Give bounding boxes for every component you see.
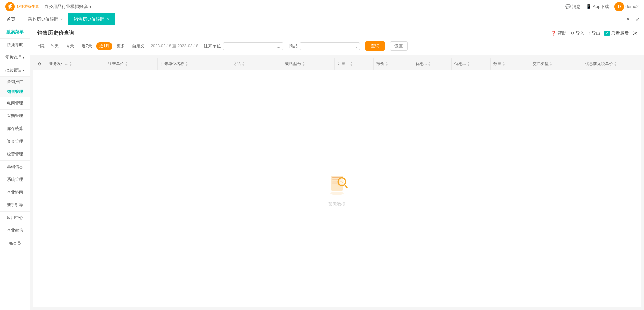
- th-partner-id[interactable]: 往来单位 ▲▼: [105, 58, 158, 70]
- sidebar-sales-mgmt-label: 销售管理: [7, 89, 23, 94]
- sidebar-item-inventory[interactable]: 库存核算: [0, 122, 30, 135]
- product-input-dots: ...: [353, 44, 357, 49]
- th-disc2[interactable]: 优惠... ▲▼: [452, 58, 491, 70]
- sidebar-item-wholesale[interactable]: 批发管理 ▴: [0, 64, 30, 77]
- th-pre-disc-price[interactable]: 优惠前无税单价 ▲▼: [582, 58, 641, 70]
- th-partner-name[interactable]: 往来单位名称 ▲▼: [158, 58, 230, 70]
- only-last-checkbox[interactable]: ✓: [604, 31, 610, 36]
- th-trade-type-label: 交易类型: [533, 61, 549, 67]
- avatar-initials: D: [618, 4, 621, 9]
- top-bar-left: 畅 畅捷通好生意 办公用品行业模拟账套 ▾: [5, 2, 94, 11]
- sidebar-enterprise-wechat-label: 企业微信: [7, 228, 23, 234]
- chevron-down-icon: ▾: [89, 4, 92, 9]
- sort-arrows-price: ▲▼: [385, 61, 388, 67]
- avatar: D: [614, 2, 624, 11]
- page-title: 销售历史价查询: [37, 30, 74, 37]
- search-button[interactable]: 查询: [365, 41, 385, 51]
- message-btn[interactable]: 💬 消息: [565, 4, 581, 10]
- tab-home[interactable]: 首页: [0, 13, 22, 25]
- sidebar-item-enterprise-wechat[interactable]: 企业微信: [0, 224, 30, 237]
- partner-label: 往来单位: [204, 43, 221, 49]
- th-product[interactable]: 商品 ▲▼: [230, 58, 282, 70]
- help-label: 帮助: [558, 30, 567, 36]
- date-label: 日期: [37, 43, 46, 49]
- tab-purchase-history[interactable]: 采购历史价跟踪 ×: [22, 13, 68, 25]
- app-download-label: App下载: [593, 4, 609, 10]
- sidebar-item-system[interactable]: 系统管理: [0, 173, 30, 186]
- date-btn-today[interactable]: 今天: [63, 42, 77, 50]
- sort-arrows-disc1: ▲▼: [428, 61, 431, 67]
- content-area: 销售历史价查询 ❓ 帮助 ↻ 导入 ↑ 导出 ✓: [30, 25, 644, 310]
- th-spec[interactable]: 规格型号 ▲▼: [282, 58, 335, 70]
- tab-bar: 首页 采购历史价跟踪 × 销售历史价跟踪 × ✕ ⤢: [0, 13, 644, 25]
- sort-arrows-unit: ▲▼: [350, 61, 353, 67]
- sidebar-item-enterprise-collab[interactable]: 企业协同: [0, 186, 30, 199]
- sidebar-ecommerce-label: 电商管理: [7, 100, 23, 106]
- gear-icon: ⚙: [38, 62, 41, 66]
- date-btn-yesterday[interactable]: 昨天: [48, 42, 62, 50]
- product-filter-group: 商品 ...: [289, 42, 360, 50]
- th-settings[interactable]: ⚙: [33, 58, 46, 70]
- th-disc1-label: 优惠...: [416, 61, 427, 67]
- sidebar-operations-label: 经营管理: [7, 151, 23, 157]
- date-filter-group: 日期 昨天 今天 近7天 近1月 更多 自定义 2023-02-18 至 202…: [37, 42, 198, 50]
- sort-arrows-qty: ▲▼: [502, 61, 505, 67]
- sidebar-item-search-menu[interactable]: 搜索菜单: [0, 25, 30, 39]
- sidebar-quick-nav-label: 快捷导航: [7, 42, 23, 48]
- sidebar-enterprise-collab-label: 企业协同: [7, 190, 23, 195]
- date-btn-custom[interactable]: 自定义: [129, 42, 147, 50]
- date-btn-last7[interactable]: 近7天: [78, 42, 95, 50]
- th-business-date[interactable]: 业务发生... ▲▼: [46, 58, 105, 70]
- th-business-date-label: 业务发生...: [49, 61, 68, 67]
- sidebar-item-ecommerce[interactable]: 电商管理: [0, 97, 30, 110]
- import-btn[interactable]: ↻ 导入: [571, 30, 584, 36]
- sidebar-item-new-guide[interactable]: 新手引导: [0, 199, 30, 212]
- sidebar-item-quick-nav[interactable]: 快捷导航: [0, 39, 30, 51]
- export-btn[interactable]: ↑ 导出: [588, 30, 601, 36]
- page-actions: ❓ 帮助 ↻ 导入 ↑ 导出 ✓ 只看最后一次: [551, 30, 638, 36]
- sidebar-item-app-center[interactable]: 应用中心: [0, 212, 30, 224]
- only-last-checkbox-label[interactable]: ✓ 只看最后一次: [604, 30, 637, 36]
- date-range-display: 2023-02-18 至 2023-03-18: [151, 43, 198, 49]
- sidebar-item-base-info[interactable]: 基础信息: [0, 161, 30, 173]
- sidebar-item-sales-mgmt[interactable]: 销售管理: [0, 87, 30, 97]
- tab-expand-btn[interactable]: ⤢: [633, 15, 641, 23]
- help-btn[interactable]: ❓ 帮助: [551, 30, 567, 36]
- sidebar-item-marketing[interactable]: 营销推广: [0, 77, 30, 87]
- partner-input[interactable]: ...: [223, 42, 283, 50]
- date-btn-last1m[interactable]: 近1月: [96, 42, 113, 50]
- tab-purchase-history-close[interactable]: ×: [60, 17, 63, 22]
- tab-sales-history[interactable]: 销售历史价跟踪 ×: [68, 13, 115, 25]
- svg-point-0: [330, 192, 344, 195]
- sidebar-item-retail[interactable]: 零售管理 ▾: [0, 51, 30, 64]
- tab-close-all-btn[interactable]: ✕: [624, 15, 632, 23]
- user-menu[interactable]: D demo2: [614, 2, 639, 11]
- th-unit[interactable]: 计量... ▲▼: [335, 58, 374, 70]
- sidebar-system-label: 系统管理: [7, 177, 23, 183]
- sidebar-base-info-label: 基础信息: [7, 164, 23, 170]
- filter-settings-button[interactable]: 设置: [390, 41, 408, 51]
- sidebar-marketing-label: 营销推广: [7, 79, 23, 84]
- th-partner-id-label: 往来单位: [108, 61, 124, 67]
- th-qty[interactable]: 数量 ▲▼: [491, 58, 530, 70]
- sidebar-item-operations[interactable]: 经营管理: [0, 148, 30, 161]
- logo-icon: 畅: [5, 2, 15, 11]
- app-selector[interactable]: 办公用品行业模拟账套 ▾: [42, 2, 94, 11]
- date-btn-more[interactable]: 更多: [114, 42, 128, 50]
- app-download-btn[interactable]: 📱 App下载: [586, 4, 609, 10]
- chevron-up-icon: ▴: [23, 68, 24, 72]
- product-input[interactable]: ...: [300, 42, 360, 50]
- th-price-label: 报价: [376, 61, 384, 67]
- tab-sales-history-close[interactable]: ×: [107, 17, 109, 22]
- th-unit-label: 计量...: [337, 61, 349, 67]
- th-trade-type[interactable]: 交易类型 ▲▼: [530, 58, 582, 70]
- sort-arrows-disc2: ▲▼: [467, 61, 470, 67]
- th-price[interactable]: 报价 ▲▼: [374, 58, 413, 70]
- sidebar-item-vip[interactable]: 畅会员: [0, 237, 30, 250]
- sidebar-item-finance[interactable]: 资金管理: [0, 135, 30, 148]
- th-disc1[interactable]: 优惠... ▲▼: [413, 58, 452, 70]
- sidebar-new-guide-label: 新手引导: [7, 202, 23, 208]
- sort-arrows-spec: ▲▼: [302, 61, 305, 67]
- sidebar-inventory-label: 库存核算: [7, 126, 23, 132]
- sidebar-item-purchase[interactable]: 采购管理: [0, 110, 30, 122]
